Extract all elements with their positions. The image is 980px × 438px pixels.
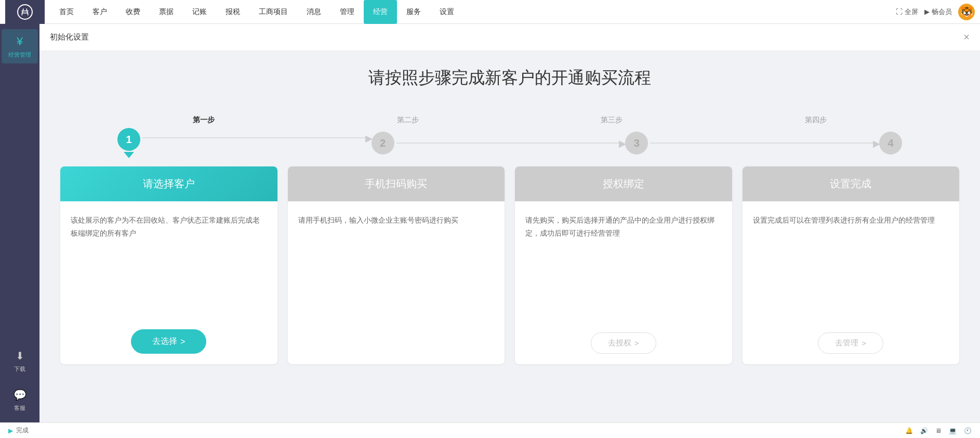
go-select-button[interactable]: 去选择 >	[131, 329, 206, 354]
sidebar-support[interactable]: 💬 客服	[2, 382, 38, 417]
nav-manage[interactable]: 管理	[330, 0, 364, 24]
status-icon-laptop: 💻	[949, 427, 957, 434]
card-3-footer: 去授权 >	[515, 322, 732, 364]
card-4-body: 设置完成后可以在管理列表进行所有企业用户的经营管理	[743, 201, 960, 322]
nav-settings[interactable]: 设置	[430, 0, 463, 24]
nav-tax[interactable]: 报税	[216, 0, 249, 24]
nav-service[interactable]: 服务	[397, 0, 430, 24]
status-bar: ▶ 完成 🔔 🔊 🖥 💻 🕙	[0, 422, 980, 438]
status-text: 完成	[16, 426, 29, 435]
card-complete: 设置完成 设置完成后可以在管理列表进行所有企业用户的经营管理 去管理 >	[743, 166, 960, 364]
status-left: ▶ 完成	[8, 426, 29, 435]
card-2-body: 请用手机扫码，输入小微企业主账号密码进行购买	[288, 201, 505, 343]
go-auth-button[interactable]: 去授权 >	[591, 332, 656, 354]
logo[interactable]	[5, 0, 45, 24]
nav-fee[interactable]: 收费	[116, 0, 150, 24]
main-content: 初始化设置 × 请按照步骤完成新客户的开通购买流程 第一步 第二步 第三步 第四…	[39, 24, 980, 422]
member-btn[interactable]: ▶ 畅会员	[924, 7, 952, 17]
operation-icon: ¥	[12, 34, 27, 49]
step-1: 1	[117, 128, 140, 158]
connector-3: ▶	[650, 143, 877, 144]
card-4-footer: 去管理 >	[743, 322, 960, 364]
nav-message[interactable]: 消息	[297, 0, 330, 24]
connector-1: ▶	[142, 137, 369, 138]
step-label-2: 第二步	[306, 115, 510, 125]
card-2-header: 手机扫码购买	[288, 166, 505, 201]
page-title: 初始化设置	[50, 32, 89, 42]
status-icon-volume: 🔊	[920, 427, 928, 434]
card-auth: 授权绑定 请先购买，购买后选择开通的产品中的企业用户进行授权绑定，成功后即可进行…	[515, 166, 732, 364]
nav-bill[interactable]: 票据	[150, 0, 183, 24]
play-icon: ▶	[8, 427, 13, 434]
cards-row: 请选择客户 该处展示的客户为不在回收站、客户状态正常建账后完成老板端绑定的所有客…	[60, 166, 959, 364]
step-circle-1: 1	[117, 128, 140, 151]
nav-operation[interactable]: 经营	[364, 0, 397, 24]
card-3-header: 授权绑定	[515, 166, 732, 201]
top-nav: 首页 客户 收费 票据 记账 报税 工商项目 消息 管理 经营 服务 设置 ⛶ …	[0, 0, 980, 24]
card-1-body: 该处展示的客户为不在回收站、客户状态正常建账后完成老板端绑定的所有客户	[60, 201, 277, 319]
card-1-header: 请选择客户	[60, 166, 277, 201]
step-labels: 第一步 第二步 第三步 第四步	[60, 115, 959, 125]
svg-point-0	[18, 5, 32, 19]
fullscreen-btn[interactable]: ⛶ 全屏	[896, 7, 918, 17]
status-icon-clock: 🕙	[964, 427, 972, 434]
step-label-4: 第四步	[714, 115, 918, 125]
card-4-header: 设置完成	[743, 166, 960, 201]
step-circle-2: 2	[372, 132, 394, 154]
avatar[interactable]: 🐯	[958, 4, 975, 20]
step-label-1: 第一步	[102, 115, 306, 125]
download-icon: ⬇	[12, 349, 27, 363]
status-icon-screen: 🖥	[935, 427, 942, 434]
card-qr-buy: 手机扫码购买 请用手机扫码，输入小微企业主账号密码进行购买	[288, 166, 505, 364]
nav-home[interactable]: 首页	[50, 0, 83, 24]
card-3-body: 请先购买，购买后选择开通的产品中的企业用户进行授权绑定，成功后即可进行经营管理	[515, 201, 732, 322]
card-2-footer	[288, 343, 505, 364]
step-circle-3: 3	[625, 132, 648, 154]
connector-2: ▶	[396, 143, 624, 144]
status-icon-bell: 🔔	[905, 427, 913, 434]
step-label-3: 第三步	[510, 115, 714, 125]
step-3: 3	[625, 132, 648, 154]
content-area: 请按照步骤完成新客户的开通购买流程 第一步 第二步 第三步 第四步 1 ▶	[39, 51, 980, 380]
support-icon: 💬	[12, 388, 27, 402]
nav-business[interactable]: 工商项目	[249, 0, 297, 24]
sidebar-operation[interactable]: ¥ 经营管理	[2, 29, 38, 63]
sidebar-bottom: ⬇ 下载 💬 客服	[2, 343, 38, 422]
nav-account[interactable]: 记账	[183, 0, 216, 24]
card-1-footer: 去选择 >	[60, 319, 277, 364]
close-button[interactable]: ×	[963, 31, 970, 43]
step-2: 2	[372, 132, 394, 154]
status-right: 🔔 🔊 🖥 💻 🕙	[905, 427, 972, 434]
layout: ¥ 经营管理 ⬇ 下载 💬 客服 初始化设置 ×	[0, 24, 980, 422]
sidebar-download[interactable]: ⬇ 下载	[2, 343, 38, 378]
nav-client[interactable]: 客户	[83, 0, 116, 24]
card-select-client: 请选择客户 该处展示的客户为不在回收站、客户状态正常建账后完成老板端绑定的所有客…	[60, 166, 277, 364]
nav-right: ⛶ 全屏 ▶ 畅会员 🐯	[896, 4, 975, 20]
go-manage-button[interactable]: 去管理 >	[818, 332, 883, 354]
step-arrow-1	[124, 152, 134, 158]
step-circle-4: 4	[879, 132, 902, 154]
nav-items: 首页 客户 收费 票据 记账 报税 工商项目 消息 管理 经营 服务 设置	[50, 0, 896, 24]
page-header: 初始化设置 ×	[39, 24, 980, 51]
sidebar: ¥ 经营管理 ⬇ 下载 💬 客服	[0, 24, 39, 422]
step-4: 4	[879, 132, 902, 154]
main-title: 请按照步骤完成新客户的开通购买流程	[60, 67, 959, 89]
steps-visual: 1 ▶ 2 ▶ 3	[60, 128, 959, 158]
